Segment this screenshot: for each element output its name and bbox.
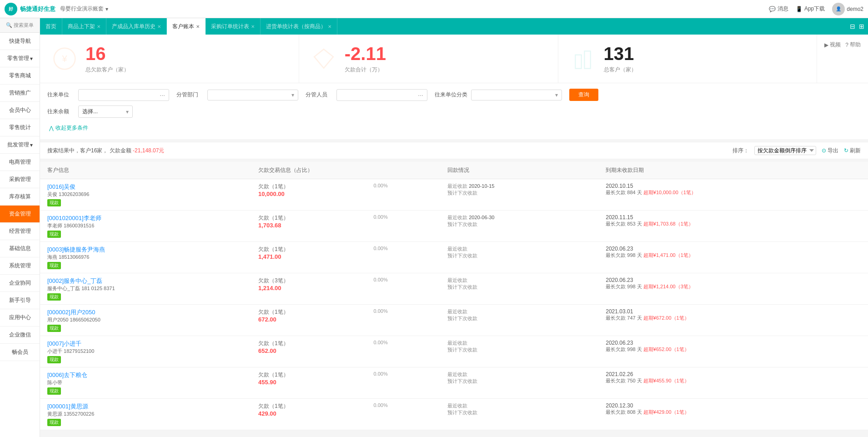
last-collect-label-3: 最近收款 <box>447 277 467 283</box>
app-title: 畅捷通好生意 <box>20 5 55 13</box>
sidebar-item-wechat[interactable]: 企业微信 <box>0 326 40 344</box>
close-tab-purchase[interactable]: ✕ <box>251 24 255 29</box>
sidebar-item-newbie[interactable]: 新手引导 <box>0 292 40 309</box>
tab-home[interactable]: 首页 <box>40 18 62 35</box>
customer-name-6[interactable]: [0006]去下粮仓 <box>47 371 244 379</box>
sidebar-item-retail-stats[interactable]: 零售统计 <box>0 119 40 136</box>
close-tab-inbound-stats[interactable]: ✕ <box>328 24 331 29</box>
customer-name-2[interactable]: [0003]畅捷服务尹海燕 <box>47 246 244 254</box>
close-tab-customer[interactable]: ✕ <box>196 24 200 29</box>
sidebar-item-marketing[interactable]: 营销推广 <box>0 85 40 102</box>
store-selector[interactable]: 母婴行业演示账套 ▾ <box>60 5 108 13</box>
customer-name-7[interactable]: [000001]黄思源 <box>47 402 244 411</box>
sidebar-item-retail-mgmt[interactable]: 零售管理 ▾ <box>0 50 40 67</box>
avatar-img: 👤 <box>832 3 845 15</box>
debt-cell-7: 欠款（1笔） 429.00 <box>251 399 366 430</box>
debt-pct-1: 0.00% <box>373 214 432 220</box>
customer-name-0[interactable]: [0016]吴俊 <box>47 183 244 191</box>
maximize-icon[interactable]: ⊞ <box>859 23 864 30</box>
customer-name-4[interactable]: [000002]用户2050 <box>47 308 244 316</box>
table-row: [0002]服务中心_丁磊 服务中心_丁磊 181 0125 8371 现款 欠… <box>40 273 868 305</box>
customer-name-3[interactable]: [0002]服务中心_丁磊 <box>47 277 244 285</box>
debt-count-4: 欠款（1笔） <box>258 308 359 316</box>
overdue-amount-0[interactable]: 超期¥10,000.00（1笔） <box>643 190 696 195</box>
logo-area: 好 畅捷通好生意 <box>5 3 55 15</box>
filter-person-input[interactable]: ··· <box>336 89 427 101</box>
debt-cell-5: 欠款（1笔） 652.00 <box>251 336 366 367</box>
debt-amount-1[interactable]: 1,703.68 <box>258 222 359 229</box>
close-tab-product[interactable]: ✕ <box>97 24 100 29</box>
debt-count-1: 欠款（1笔） <box>258 214 359 222</box>
filter-balance-select[interactable]: 选择... ▾ <box>78 105 133 118</box>
tab-product-listing[interactable]: 商品上下架 ✕ <box>62 18 106 35</box>
download-icon: 📱 <box>796 6 803 12</box>
overdue-days-1: 最长欠款 853 天 <box>606 221 643 226</box>
sidebar-item-basic-info[interactable]: 基础信息 <box>0 240 40 257</box>
customer-name-1[interactable]: [0001020001]李老师 <box>47 214 244 222</box>
sidebar-item-retail-mall[interactable]: 零售商城 <box>0 67 40 85</box>
video-btn[interactable]: ▶ 视频 <box>824 41 841 49</box>
sidebar-item-inventory[interactable]: 库存核算 <box>0 188 40 206</box>
debt-pct-cell-1: 0.00% <box>366 211 440 242</box>
overdue-amount-1[interactable]: 超期¥1,703.68（1笔） <box>643 221 693 226</box>
sidebar-item-system[interactable]: 系统管理 <box>0 257 40 275</box>
message-btn[interactable]: 💬 消息 <box>769 5 788 13</box>
customer-cell-4: [000002]用户2050 用户2050 18665062050 现款 <box>40 305 251 336</box>
debt-amount-6[interactable]: 455.90 <box>258 379 359 386</box>
user-avatar[interactable]: 👤 demo2 <box>832 3 863 15</box>
next-collect-label-3: 预计下次收款 <box>447 284 477 290</box>
refresh-btn[interactable]: ↻ 刷新 <box>844 147 861 155</box>
overdue-amount-2[interactable]: 超期¥1,471.00（1笔） <box>643 252 693 258</box>
customer-cell-1: [0001020001]李老师 李老师 18600391516 现款 <box>40 211 251 242</box>
app-download-btn[interactable]: 📱 App下载 <box>796 5 825 13</box>
filter-person-label: 分管人员 <box>306 91 333 99</box>
sidebar-item-app-center[interactable]: 应用中心 <box>0 309 40 326</box>
overdue-amount-6[interactable]: 超期¥455.90（1笔） <box>643 378 689 383</box>
debt-amount-3[interactable]: 1,214.00 <box>258 285 359 291</box>
overdue-amount-7[interactable]: 超期¥429.00（1笔） <box>643 409 689 415</box>
due-cell-5: 2020.06.23 最长欠款 998 天 超期¥652.00（1笔） <box>598 336 868 367</box>
filter-unit-input[interactable]: ··· <box>78 89 169 101</box>
debt-amount-5[interactable]: 652.00 <box>258 347 359 354</box>
sort-select[interactable]: 按欠款金额倒序排序 <box>754 146 816 155</box>
recovery-cell-3: 最近收款 预计下次收款 <box>440 273 598 305</box>
sidebar-item-ecommerce[interactable]: 电商管理 <box>0 154 40 171</box>
customer-tag-5: 现款 <box>47 356 61 363</box>
due-date-4: 2021.03.01 <box>606 308 861 315</box>
tab-inbound-history[interactable]: 产成品入库单历史 ✕ <box>106 18 167 35</box>
sidebar-item-purchase[interactable]: 采购管理 <box>0 171 40 188</box>
tab-purchase-stats[interactable]: 采购订单统计表 ✕ <box>206 18 261 35</box>
overdue-amount-3[interactable]: 超期¥1,214.00（3笔） <box>643 284 693 289</box>
sidebar-item-member[interactable]: 会员中心 <box>0 102 40 119</box>
tab-inbound-stats[interactable]: 进货单统计表（按商品） ✕ <box>261 18 337 35</box>
sidebar-item-quick-nav[interactable]: 快捷导航 <box>0 33 40 50</box>
sidebar-item-operation[interactable]: 经营管理 <box>0 223 40 240</box>
debt-amount-7[interactable]: 429.00 <box>258 410 359 417</box>
debt-amount-4[interactable]: 672.00 <box>258 316 359 323</box>
help-btn[interactable]: ? 帮助 <box>845 41 861 49</box>
filter-dept-input[interactable]: ▾ <box>207 90 298 100</box>
sidebar-item-wholesale[interactable]: 批发管理 ▾ <box>0 136 40 154</box>
search-button[interactable]: 查询 <box>569 89 598 101</box>
minimize-icon[interactable]: ⊟ <box>850 23 855 30</box>
sidebar-item-finance[interactable]: 资金管理 <box>0 206 40 223</box>
filter-person-dots-icon: ··· <box>418 91 423 99</box>
sidebar-search[interactable]: 🔍 搜索菜单 <box>0 18 40 33</box>
close-tab-inbound[interactable]: ✕ <box>157 24 161 29</box>
debt-amount-2[interactable]: 1,471.00 <box>258 253 359 260</box>
overdue-amount-4[interactable]: 超期¥672.00（1笔） <box>643 315 689 321</box>
sidebar-item-member2[interactable]: 畅会员 <box>0 344 40 361</box>
collapse-button[interactable]: ⋀ 收起更多条件 <box>47 122 861 134</box>
filter-area: 往来单位 ··· 分管部门 ▾ <box>40 83 868 139</box>
customer-cell-0: [0016]吴俊 吴俊 13026203696 现款 <box>40 179 251 211</box>
sidebar-item-enterprise[interactable]: 企业协同 <box>0 275 40 292</box>
next-collect-label-2: 预计下次收款 <box>447 253 477 258</box>
export-btn[interactable]: ⊙ 导出 <box>822 147 838 155</box>
filter-category-input[interactable]: ▾ <box>471 90 562 100</box>
tab-customer-ledger[interactable]: 客户账本 ✕ <box>167 18 206 35</box>
recovery-cell-4: 最近收款 预计下次收款 <box>440 305 598 336</box>
debt-cell-6: 欠款（1笔） 455.90 <box>251 367 366 399</box>
customer-name-5[interactable]: [0007]小进千 <box>47 340 244 348</box>
overdue-amount-5[interactable]: 超期¥652.00（1笔） <box>643 347 689 352</box>
debt-amount-0[interactable]: 10,000.00 <box>258 191 359 197</box>
